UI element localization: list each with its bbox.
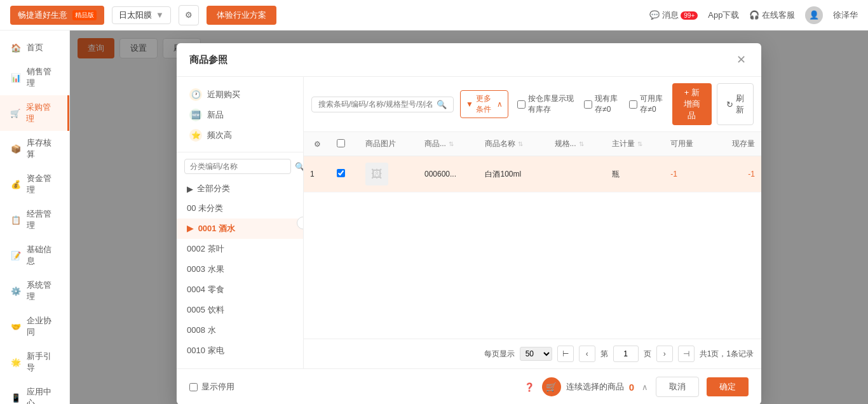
app-download-link[interactable]: App下载 bbox=[708, 10, 739, 21]
cell-checkbox[interactable] bbox=[330, 156, 359, 192]
per-page-select[interactable]: 50 100 200 bbox=[520, 347, 552, 361]
product-search-icon[interactable]: 🔍 bbox=[437, 100, 447, 109]
sidebar-item-sales[interactable]: 📊 销售管理 bbox=[0, 60, 69, 95]
table-row[interactable]: 1 🖼 000600... 白酒100ml 瓶 bbox=[304, 156, 761, 192]
th-available[interactable]: 可用量 bbox=[664, 132, 712, 156]
th-name[interactable]: 商品名称⇅ bbox=[478, 132, 548, 156]
checkbox-nonzero-stock-input[interactable] bbox=[584, 100, 592, 109]
home-icon: 🏠 bbox=[10, 42, 22, 53]
show-disabled-checkbox[interactable] bbox=[189, 383, 198, 391]
sidebar-item-home[interactable]: 🏠 首页 bbox=[0, 36, 69, 60]
pagination: 每页显示 50 100 200 ⊢ ‹ 第 页 › bbox=[304, 339, 761, 368]
sidebar-item-cooperation[interactable]: 🤝 企业协同 bbox=[0, 309, 69, 344]
cell-available: -1 bbox=[664, 156, 712, 192]
dialog-close-button[interactable]: ✕ bbox=[733, 52, 749, 67]
confirm-button[interactable]: 确定 bbox=[707, 377, 749, 396]
quick-link-recent[interactable]: 🕐 近期购买 bbox=[184, 84, 295, 105]
category-water-label: 0008 水 bbox=[187, 325, 216, 335]
quick-link-frequent[interactable]: ⭐ 频次高 bbox=[184, 125, 295, 145]
help-icon[interactable]: ❓ bbox=[524, 382, 534, 392]
th-code[interactable]: 商品...⇅ bbox=[418, 132, 479, 156]
product-search-input[interactable] bbox=[318, 100, 433, 109]
page-prev-button[interactable]: ‹ bbox=[579, 346, 595, 362]
sidebar-item-system[interactable]: ⚙️ 系统管理 bbox=[0, 273, 69, 309]
th-checkbox[interactable] bbox=[330, 132, 359, 156]
basic-info-icon: 📝 bbox=[10, 250, 22, 261]
checkbox-by-warehouse-input[interactable] bbox=[517, 100, 526, 109]
sort-code-icon: ⇅ bbox=[449, 140, 454, 147]
category-fruit-label: 0003 水果 bbox=[187, 264, 224, 274]
purchase-icon: 🛒 bbox=[10, 107, 21, 119]
checkbox-nonzero-stock[interactable]: 现有库存≠0 bbox=[584, 93, 620, 115]
apps-icon: 📱 bbox=[10, 392, 22, 403]
sidebar-item-guide[interactable]: 🌟 新手引导 bbox=[0, 344, 69, 380]
quick-links-section: 🕐 近期购买 🆕 新品 ⭐ 频次高 bbox=[177, 84, 303, 152]
page-label: 第 bbox=[600, 349, 608, 360]
sidebar-item-inventory[interactable]: 📦 库存核算 bbox=[0, 131, 69, 166]
cell-stock: -1 bbox=[713, 156, 761, 192]
category-search-input[interactable] bbox=[184, 159, 291, 174]
page-first-button[interactable]: ⊢ bbox=[557, 346, 574, 362]
dialog-footer: 显示停用 ❓ 🛒 连续选择的商品 0 ∧ 取消 确定 bbox=[177, 368, 761, 404]
row-checkbox[interactable] bbox=[337, 169, 345, 177]
th-stock[interactable]: 现存量 bbox=[713, 132, 761, 156]
page-last-button[interactable]: ⊣ bbox=[678, 346, 695, 362]
sidebar-item-finance[interactable]: 💰 资金管理 bbox=[0, 166, 69, 202]
checkbox-by-warehouse[interactable]: 按仓库显示现有库存 bbox=[517, 93, 575, 115]
sidebar-item-purchase[interactable]: 🛒 采购管理 bbox=[0, 95, 69, 131]
category-all[interactable]: ▶ 全部分类 bbox=[177, 179, 303, 198]
category-fruit[interactable]: 0003 水果 bbox=[177, 259, 303, 279]
checkbox-nonzero-stock-label: 现有库存≠0 bbox=[595, 93, 620, 115]
sidebar-label-basic-info: 基础信息 bbox=[27, 244, 59, 267]
sidebar-item-management[interactable]: 📋 经营管理 bbox=[0, 202, 69, 238]
dialog-overlay: 商品参照 ✕ 《 🕐 近期购买 bbox=[70, 30, 868, 404]
store-selector[interactable]: 日太阳膜 ▼ bbox=[112, 6, 171, 24]
cell-no: 1 bbox=[304, 156, 330, 192]
category-unclassified[interactable]: 00 未分类 bbox=[177, 198, 303, 219]
th-spec[interactable]: 规格...⇅ bbox=[548, 132, 606, 156]
try-industry-button[interactable]: 体验行业方案 bbox=[207, 6, 276, 25]
category-appliance-label: 0010 家电 bbox=[187, 346, 224, 355]
show-disabled-checkbox-label[interactable]: 显示停用 bbox=[189, 381, 234, 393]
category-active-arrow: ▶ bbox=[187, 224, 193, 233]
refresh-icon: ↻ bbox=[726, 100, 733, 109]
dialog-left-panel: 《 🕐 近期购买 🆕 新品 ⭐ bbox=[177, 77, 304, 368]
table-header-row: ⚙ 商品图片 商品...⇅ 商品名称⇅ 规格...⇅ 主计量⇅ 可用量 现存量 bbox=[304, 132, 761, 156]
th-settings[interactable]: ⚙ bbox=[304, 132, 330, 156]
category-appliance[interactable]: 0010 家电 bbox=[177, 340, 303, 361]
refresh-button[interactable]: ↻ 刷新 bbox=[717, 83, 754, 125]
store-name: 日太阳膜 bbox=[119, 10, 152, 21]
category-search-icon[interactable]: 🔍 bbox=[295, 162, 304, 172]
sidebar-label-cooperation: 企业协同 bbox=[27, 315, 59, 338]
select-all-checkbox[interactable] bbox=[337, 139, 345, 147]
sidebar-item-basic-info[interactable]: 📝 基础信息 bbox=[0, 238, 69, 273]
category-water[interactable]: 0008 水 bbox=[177, 320, 303, 340]
cart-collapse-icon[interactable]: ∧ bbox=[642, 382, 648, 392]
category-snack[interactable]: 0004 零食 bbox=[177, 279, 303, 300]
category-beverage[interactable]: 0005 饮料 bbox=[177, 300, 303, 320]
sidebar-item-apps[interactable]: 📱 应用中心 bbox=[0, 380, 69, 404]
page-next-button[interactable]: › bbox=[656, 346, 673, 362]
settings-button[interactable]: ⚙ bbox=[179, 5, 199, 25]
category-tea[interactable]: 0002 茶叶 bbox=[177, 239, 303, 259]
checkbox-nonzero-available[interactable]: 可用库存≠0 bbox=[629, 93, 665, 115]
more-filter-button[interactable]: ▼ 更多条件 ∧ bbox=[460, 90, 508, 118]
category-liquor[interactable]: ▶ 0001 酒水 bbox=[177, 219, 303, 239]
sort-spec-icon: ⇅ bbox=[579, 140, 584, 147]
quick-link-new[interactable]: 🆕 新品 bbox=[184, 105, 295, 125]
online-service-link[interactable]: 🎧 在线客服 bbox=[749, 10, 795, 21]
th-unit-label: 主计量 bbox=[612, 138, 635, 149]
topbar-right: 💬 消息 99+ App下载 🎧 在线客服 👤 徐泽华 bbox=[649, 6, 858, 24]
cell-name: 白酒100ml bbox=[478, 156, 548, 192]
cell-image: 🖼 bbox=[359, 156, 418, 192]
page-number-input[interactable] bbox=[613, 346, 639, 362]
sidebar-label-management: 经营管理 bbox=[27, 208, 59, 231]
cancel-button[interactable]: 取消 bbox=[656, 377, 699, 397]
sort-name-icon: ⇅ bbox=[518, 140, 523, 147]
sidebar-label-inventory: 库存核算 bbox=[27, 137, 59, 160]
cart-button[interactable]: 🛒 连续选择的商品 0 bbox=[542, 377, 634, 396]
th-unit[interactable]: 主计量⇅ bbox=[606, 132, 665, 156]
add-product-button[interactable]: + 新增商品 bbox=[672, 83, 712, 125]
checkbox-nonzero-available-input[interactable] bbox=[629, 100, 637, 109]
message-icon[interactable]: 💬 消息 99+ bbox=[649, 10, 698, 21]
